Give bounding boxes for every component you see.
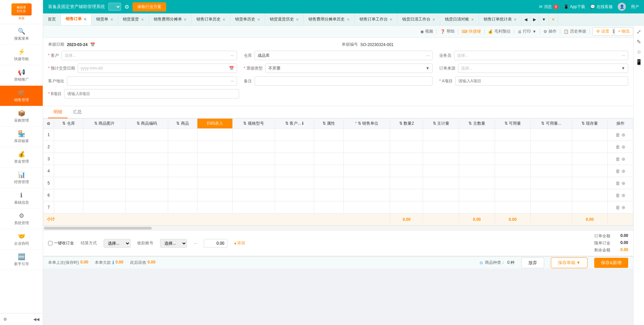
sidebar-item-system[interactable]: ⚙ 系统管理 [0,209,43,229]
sidebar-item-purchase[interactable]: 📦 采购管理 [0,106,43,127]
col-warehouse[interactable]: ⇅ 仓库 [54,119,83,129]
tab-order-history[interactable]: 销售订单历史 × [192,13,230,26]
row-1-code[interactable] [126,129,168,141]
message-button[interactable]: ✉ 消息 9 [539,4,559,10]
row-4-current[interactable] [572,165,608,177]
tab-sales-goods-close[interactable]: × [110,17,113,22]
sidebar-item-newbie[interactable]: 🆕 新手引导 [0,250,43,270]
delivery-calendar-icon[interactable]: 📅 [229,66,234,71]
right-icon-mobile[interactable]: 📱 [634,57,644,67]
row-4-customer-code[interactable] [275,165,314,177]
sidebar-item-finance[interactable]: 💰 资金管理 [0,147,43,168]
sidebar-item-basic[interactable]: ℹ 基础信息 [0,188,43,209]
tab-home[interactable]: 首页 [43,13,61,26]
row-1-available2[interactable] [531,129,572,141]
tab-menu-btn[interactable]: ▼ [539,13,549,26]
sidebar-item-quick[interactable]: ⚡ 快捷导航 [0,45,43,65]
industry-button[interactable]: 体验行业方案 [132,2,166,11]
sidebar-item-enterprise[interactable]: 🤝 企业协同 [0,229,43,250]
row-1-unit[interactable] [343,129,390,141]
row-3-code[interactable] [126,153,168,165]
col-main-qty[interactable]: ⇅ 主数量 [459,119,495,129]
tab-sales-goods[interactable]: 销货单 × [91,13,118,26]
row-4-main-unit[interactable] [423,165,459,177]
row-2-code[interactable] [126,141,168,153]
tab-sales-order[interactable]: 销售订单 × [61,13,91,26]
row-3-image[interactable] [83,153,126,165]
row-3-copy-icon[interactable]: ⊕ [621,156,626,162]
right-icon-favorite[interactable]: ☆ [634,47,644,56]
sidebar-item-inventory[interactable]: 🏪 库存核算 [0,127,43,147]
tab-reconcile-close[interactable]: × [471,17,474,22]
detail-tab-detail[interactable]: 明细 [48,106,68,118]
row-1-copy-icon[interactable]: ⊕ [621,132,626,137]
row-1-spec[interactable] [232,129,275,141]
detail-tab-summary[interactable]: 汇总 [68,106,87,118]
customer-ellipsis[interactable]: ··· [231,53,234,58]
curr-owe-info[interactable]: ℹ [112,260,114,266]
settings-gear-button[interactable]: ⚙ [124,4,129,10]
user-avatar[interactable]: 👤 [618,3,626,11]
row-3-main-unit[interactable] [423,153,459,165]
row-2-current[interactable] [572,141,608,153]
col-unit[interactable]: * ⇅ 销售单位 [343,119,390,129]
row-1-attr[interactable] [314,129,343,141]
product-count-icon[interactable]: ⊙ [480,260,483,265]
row-2-qty2[interactable] [390,141,423,153]
col-code[interactable]: ⇅ 商品编码 [126,119,168,129]
row-2-customer-code[interactable] [275,141,314,153]
row-1-customer-code[interactable] [275,129,314,141]
toolbar-operation[interactable]: ⚙ 操作 [543,29,557,34]
row-1-product[interactable] [168,129,197,141]
save-new-button[interactable]: 保存&新增 [594,258,628,268]
tab-order-workbench-close[interactable]: × [390,17,392,22]
row-6-delete-icon[interactable]: 🗑 [615,193,620,198]
right-icon-fullscreen[interactable]: ⤢ [634,27,644,36]
row-3-available2[interactable] [531,153,572,165]
row-4-copy-icon[interactable]: ⊕ [621,168,626,174]
col-attr[interactable]: ⇅ 属性 [314,119,343,129]
row-2-unit[interactable] [343,141,390,153]
row-4-available2[interactable] [531,165,572,177]
row-1-delete-icon[interactable]: 🗑 [615,132,620,137]
toolbar-help[interactable]: ❓ 帮助 [440,29,455,34]
tab-expense-history-close[interactable]: × [347,17,349,22]
table-scrollbar[interactable] [44,227,152,230]
calendar-icon[interactable]: 📅 [90,42,95,47]
tab-close-all-btn[interactable]: ✕ [549,13,558,26]
tab-goods-history[interactable]: 销货单历史 × [230,13,265,26]
row-4-available[interactable] [495,165,531,177]
row-4-main-qty[interactable] [459,165,495,177]
b-project-input[interactable] [64,89,239,98]
row-2-attr[interactable] [314,141,343,153]
row-4-delete-icon[interactable]: 🗑 [615,168,620,174]
warehouse-ellipsis[interactable]: ··· [426,53,429,58]
row-1-available[interactable] [495,129,531,141]
row-2-available[interactable] [495,141,531,153]
row-1-qty2[interactable] [390,129,423,141]
sidebar-item-marketing[interactable]: 📢 营销推广 [0,65,43,86]
row-7-delete-icon[interactable]: 🗑 [615,205,620,210]
row-3-available[interactable] [495,153,531,165]
tab-reconcile[interactable]: 钱货日清对账 × [440,13,479,26]
row-3-product[interactable] [168,153,197,165]
payment-method-select[interactable]: 选择... [104,239,130,248]
app-download-button[interactable]: 📱 App下载 [564,4,585,10]
row-3-qty2[interactable] [390,153,423,165]
tab-order-workbench[interactable]: 销售订单工作台 × [355,13,397,26]
toolbar-profit[interactable]: 💰 毛利预估 [488,29,510,34]
row-3-current[interactable] [572,153,608,165]
row-2-copy-icon[interactable]: ⊕ [621,144,626,150]
tab-order-history-close[interactable]: × [223,17,225,22]
col-qty2[interactable]: ⇅ 数量2 [390,119,423,129]
system-selector[interactable] [108,3,121,11]
col-scan[interactable]: 扫码录入 [197,119,232,129]
row-2-image[interactable] [83,141,126,153]
row-3-unit[interactable] [343,153,390,165]
tab-stats[interactable]: 销售订单统计表 × [479,13,522,26]
staff-placeholder[interactable]: 选择... [457,53,622,58]
row-1-current[interactable] [572,129,608,141]
row-3-attr[interactable] [314,153,343,165]
row-2-product[interactable] [168,141,197,153]
tab-expense[interactable]: 销售费用分摊单 × [149,13,192,26]
